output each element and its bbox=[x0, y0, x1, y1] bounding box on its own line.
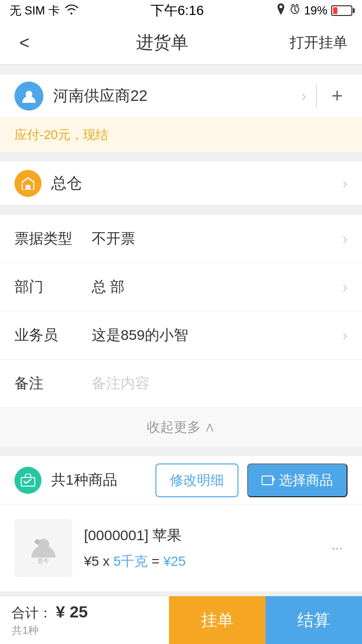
ticket-type-label: 票据类型 bbox=[14, 229, 82, 249]
wifi-icon bbox=[65, 4, 78, 17]
product-code: [0000001] bbox=[84, 527, 148, 543]
alarm-icon bbox=[290, 3, 300, 18]
product-total: ¥25 bbox=[163, 554, 186, 569]
svg-point-12 bbox=[35, 539, 40, 544]
open-hang-button[interactable]: 打开挂单 bbox=[290, 33, 348, 53]
warehouse-icon bbox=[14, 170, 42, 197]
chevron-right-icon: › bbox=[301, 87, 306, 105]
product-quantity: 5千克 bbox=[113, 554, 148, 569]
supplier-divider bbox=[316, 84, 317, 108]
svg-line-2 bbox=[295, 10, 296, 12]
supplier-row[interactable]: 河南供应商22 › + bbox=[0, 74, 362, 118]
warehouse-name: 总仓 bbox=[51, 173, 342, 194]
divider-2 bbox=[0, 152, 362, 162]
salesman-row[interactable]: 业务员 这是859的小智 › bbox=[0, 311, 362, 360]
svg-line-4 bbox=[296, 4, 298, 5]
product-thumbnail: 晋牛 bbox=[14, 519, 72, 577]
battery-percent: 19% bbox=[304, 4, 327, 17]
product-more-button[interactable]: ··· bbox=[327, 535, 348, 560]
form-section: 票据类型 不开票 › 部门 总 部 › 业务员 这是859的小智 › 备注 备注… bbox=[0, 215, 362, 447]
status-carrier: 无 SIM 卡 bbox=[10, 3, 78, 18]
svg-rect-8 bbox=[262, 476, 273, 485]
bottom-bar: 合计： ¥ 25 共1种 挂单 结算 bbox=[0, 596, 362, 644]
supplier-notice: 应付-20元，现结 bbox=[0, 118, 362, 152]
svg-line-3 bbox=[292, 4, 293, 5]
collapse-label: 收起更多 ∧ bbox=[147, 418, 216, 436]
ticket-type-row[interactable]: 票据类型 不开票 › bbox=[0, 215, 362, 263]
ticket-type-value: 不开票 bbox=[82, 229, 342, 249]
product-item: 晋牛 [0000001] 苹果 ¥5 x 5千克 = ¥25 ··· bbox=[0, 504, 362, 592]
checkout-button[interactable]: 结算 bbox=[265, 596, 362, 644]
salesman-value: 这是859的小智 bbox=[82, 325, 342, 345]
salesman-chevron-icon: › bbox=[342, 326, 348, 344]
dept-label: 部门 bbox=[14, 277, 82, 297]
warehouse-row[interactable]: 总仓 › bbox=[0, 162, 362, 205]
product-title: 苹果 bbox=[153, 527, 181, 543]
dept-value: 总 部 bbox=[82, 277, 342, 297]
warehouse-section: 总仓 › bbox=[0, 162, 362, 205]
location-icon bbox=[276, 3, 286, 18]
status-time: 下午6:16 bbox=[151, 1, 204, 20]
product-name: [0000001] 苹果 bbox=[84, 526, 327, 546]
total-label: 合计： bbox=[12, 605, 52, 620]
collapse-button[interactable]: 收起更多 ∧ bbox=[0, 408, 362, 447]
divider-1 bbox=[0, 65, 362, 74]
products-count: 共1种商品 bbox=[51, 470, 155, 490]
supplier-avatar bbox=[14, 82, 43, 111]
page-title: 进货单 bbox=[136, 31, 188, 55]
products-header: 共1种商品 修改明细 选择商品 bbox=[0, 456, 362, 504]
nav-bar: < 进货单 打开挂单 bbox=[0, 21, 362, 65]
total-section: 合计： ¥ 25 共1种 bbox=[0, 596, 169, 644]
warehouse-chevron-icon: › bbox=[342, 174, 348, 192]
battery-icon bbox=[331, 5, 352, 16]
ticket-chevron-icon: › bbox=[342, 230, 348, 248]
svg-rect-6 bbox=[26, 185, 30, 190]
total-amount: ¥ 25 bbox=[56, 602, 88, 621]
remark-input[interactable]: 备注内容 bbox=[82, 374, 348, 393]
hang-button[interactable]: 挂单 bbox=[169, 596, 265, 644]
back-button[interactable]: < bbox=[14, 28, 34, 58]
edit-detail-button[interactable]: 修改明细 bbox=[155, 463, 238, 497]
select-product-label: 选择商品 bbox=[279, 471, 333, 490]
dept-row[interactable]: 部门 总 部 › bbox=[0, 263, 362, 311]
salesman-label: 业务员 bbox=[14, 325, 82, 345]
select-product-button[interactable]: 选择商品 bbox=[247, 463, 348, 497]
total-count: 共1种 bbox=[12, 623, 157, 638]
products-icon bbox=[14, 467, 42, 494]
divider-3 bbox=[0, 205, 362, 215]
product-info: [0000001] 苹果 ¥5 x 5千克 = ¥25 bbox=[84, 526, 327, 571]
remark-label: 备注 bbox=[14, 374, 82, 393]
svg-text:晋牛: 晋牛 bbox=[38, 558, 49, 564]
supplier-section: 河南供应商22 › + 应付-20元，现结 bbox=[0, 74, 362, 152]
status-right: 19% bbox=[276, 3, 352, 18]
divider-4 bbox=[0, 447, 362, 456]
product-price: ¥5 x 5千克 = ¥25 bbox=[84, 552, 327, 571]
supplier-name: 河南供应商22 bbox=[53, 85, 301, 107]
remark-row[interactable]: 备注 备注内容 bbox=[0, 360, 362, 408]
dept-chevron-icon: › bbox=[342, 278, 348, 296]
products-section: 共1种商品 修改明细 选择商品 晋牛 [0000001] 苹果 bbox=[0, 456, 362, 592]
status-bar: 无 SIM 卡 下午6:16 19% bbox=[0, 0, 362, 21]
add-supplier-button[interactable]: + bbox=[327, 80, 348, 112]
